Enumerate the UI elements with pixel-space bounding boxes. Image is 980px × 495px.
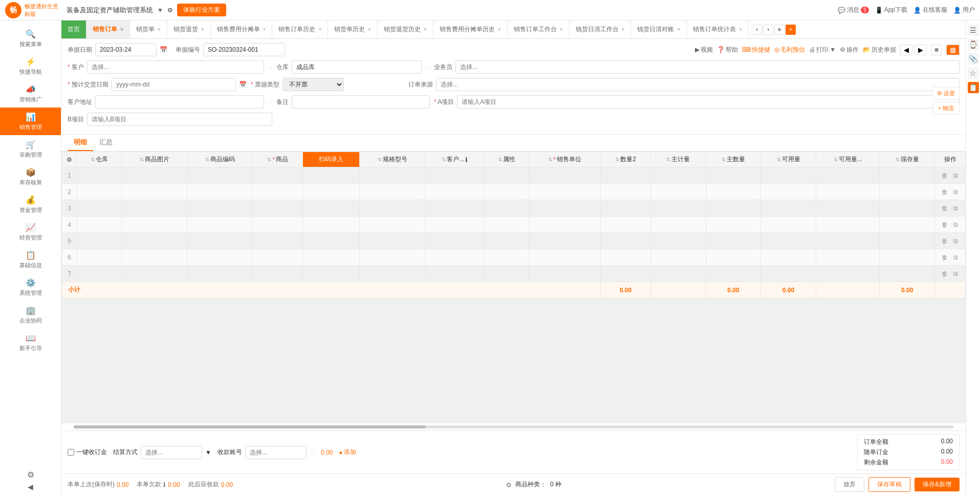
tab-close-sales-return[interactable]: × [158,27,161,32]
col-main-unit[interactable]: ⇅主计量 [651,152,706,167]
table-cell[interactable] [303,200,360,217]
right-panel-icon-1[interactable]: ☰ [968,25,979,36]
table-cell[interactable] [651,217,706,233]
table-cell[interactable] [303,266,360,282]
table-cell[interactable] [761,217,816,233]
right-panel-icon-2[interactable]: ⌚ [968,39,979,50]
payment-method-input[interactable] [141,446,202,459]
calendar-icon[interactable]: 📅 [160,46,167,53]
table-cell[interactable] [529,233,600,249]
right-panel-icon-5[interactable]: 📋 [968,82,979,93]
table-cell[interactable] [761,184,816,200]
col-stock[interactable]: ⇅现存量 [880,152,935,167]
table-cell[interactable] [880,184,935,200]
table-cell[interactable] [425,200,485,217]
tab-detail[interactable]: 明细 [68,135,93,151]
table-cell[interactable] [253,200,303,217]
tab-sales-refund[interactable]: 销货退货 × [167,20,211,39]
tab-return-history[interactable]: 销货单历史 × [328,20,378,39]
sidebar-item-purchase[interactable]: 🛒 采购管理 [0,135,61,163]
print-action[interactable]: 🖨 打印 ▼ [809,46,836,54]
table-cell[interactable] [880,217,935,233]
discard-btn[interactable]: 放弃 [835,477,864,492]
delivery-date-input[interactable] [112,78,236,91]
table-cell[interactable] [425,233,485,249]
table-cell[interactable] [761,167,816,184]
col-sales-unit[interactable]: ⇅*销售单位 [529,152,600,167]
table-cell[interactable] [303,217,360,233]
app-download-item[interactable]: 📱 App下载 [875,6,907,14]
table-cell[interactable] [122,184,187,200]
table-cell[interactable] [122,266,187,282]
sidebar-item-quicknav[interactable]: ⚡ 快捷导航 [0,52,61,80]
sidebar-item-operations[interactable]: 📈 经营管理 [0,218,61,246]
sidebar-item-marketing[interactable]: 📣 营销推广 [0,80,61,107]
table-cell[interactable] [360,184,425,200]
table-cell[interactable] [529,249,600,266]
table-cell[interactable] [600,167,650,184]
col-qty2[interactable]: ⇅数量2 [600,152,650,167]
tab-expense-history[interactable]: 销售费用分摊单历史 × [433,20,508,39]
table-cell[interactable] [816,184,880,200]
online-support-item[interactable]: 👤 在线客服 [913,6,947,14]
table-cell[interactable] [253,184,303,200]
profit-action[interactable]: ◎ 毛利预估 [774,46,805,54]
table-cell[interactable] [600,184,650,200]
table-cell[interactable] [187,233,253,249]
table-cell[interactable] [303,184,360,200]
settings-btn[interactable]: ⚙ 设置 [932,87,960,100]
table-cell[interactable] [600,266,650,282]
table-cell[interactable] [425,249,485,266]
sidebar-item-basic[interactable]: 📋 基础信息 [0,246,61,273]
table-cell[interactable] [651,249,706,266]
tab-home[interactable]: 首页 [61,20,86,39]
delete-btn[interactable]: 🗑 [940,236,949,246]
tab-sales-return[interactable]: 销货单 × [130,20,167,39]
scroll-bar[interactable] [74,425,953,428]
table-cell[interactable] [303,233,360,249]
sidebar-item-guide[interactable]: 📖 新手引导 [0,329,61,356]
table-cell[interactable] [651,266,706,282]
copy-btn[interactable]: ⧉ [951,220,961,229]
invoice-type-select[interactable]: 不开票 增值税普通发票 增值税专用发票 [282,78,344,91]
delete-btn[interactable]: 🗑 [940,269,949,278]
table-cell[interactable] [77,249,122,266]
table-cell[interactable] [253,167,303,184]
table-cell[interactable] [816,249,880,266]
tab-close-sales-stats[interactable]: × [739,27,742,32]
payment-method-dropdown[interactable]: ▼ [205,449,211,456]
tab-sales-order[interactable]: 销售订单 × [86,20,130,39]
warehouse-more-icon[interactable]: ··· [425,63,430,71]
delivery-calendar-icon[interactable]: 📅 [239,81,247,88]
table-cell[interactable] [360,200,425,217]
table-cell[interactable] [880,200,935,217]
delete-btn[interactable]: 🗑 [940,253,949,262]
tab-close-cash-reconcile[interactable]: × [677,27,680,32]
help-action[interactable]: ❓ 帮助 [717,46,738,54]
table-cell[interactable] [529,184,600,200]
system-dropdown-icon[interactable]: ▼ [157,7,163,14]
table-cell[interactable] [600,217,650,233]
table-cell[interactable] [706,249,761,266]
col-warehouse[interactable]: ⇅仓库 [77,152,122,167]
table-cell[interactable] [651,233,706,249]
date-input[interactable] [95,43,157,56]
tab-next-btn[interactable]: › [763,25,773,35]
table-cell[interactable] [706,167,761,184]
view-action[interactable]: ▶ 视频 [695,46,713,54]
table-cell[interactable] [600,200,650,217]
one-click-checkout-checkbox[interactable] [68,449,74,456]
col-attributes[interactable]: ⇅属性 [485,152,529,167]
copy-btn[interactable]: ⧉ [951,204,961,213]
save-draft-btn[interactable]: 保存草稿 [868,477,910,492]
view-toggle-grid-btn[interactable]: ≡ [931,45,942,55]
tab-sales-stats[interactable]: 销售订单统计表 × [687,20,749,39]
account-input[interactable] [245,446,307,459]
copy-btn[interactable]: ⧉ [951,253,961,262]
table-cell[interactable] [761,266,816,282]
table-cell[interactable] [122,200,187,217]
table-cell[interactable] [651,200,706,217]
table-cell[interactable] [303,167,360,184]
tab-prev-btn[interactable]: ‹ [752,25,762,35]
table-cell[interactable] [816,200,880,217]
